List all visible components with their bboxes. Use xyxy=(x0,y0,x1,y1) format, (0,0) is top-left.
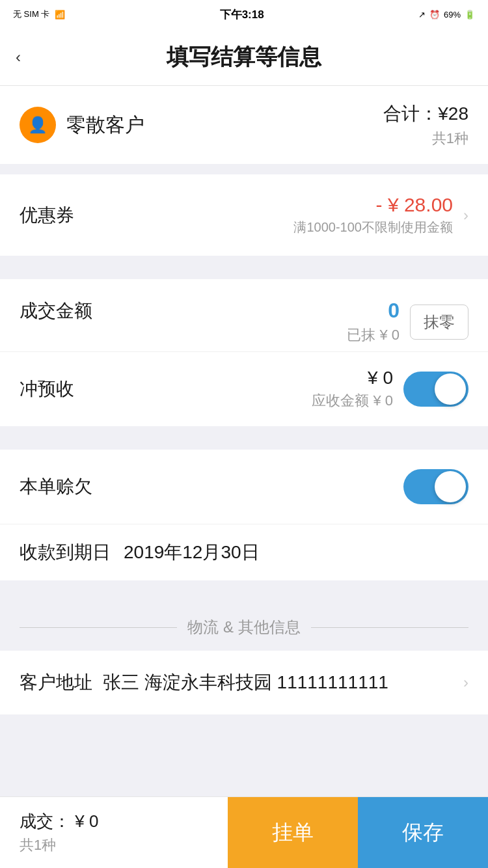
customer-row[interactable]: 👤 零散客户 合计：¥28 共1种 xyxy=(0,86,488,164)
section-separator-3 xyxy=(0,591,488,604)
amount-value: 0 xyxy=(347,299,400,323)
customer-section: 👤 零散客户 合计：¥28 共1种 xyxy=(0,86,488,164)
total-amount: 合计：¥28 xyxy=(383,102,468,126)
amount-right: 0 已抹 ¥ 0 抹零 xyxy=(347,299,468,345)
status-right: ↗ ⏰ 69% 🔋 xyxy=(418,10,475,20)
debit-toggle[interactable] xyxy=(403,469,468,504)
prepayment-row: 冲预收 ¥ 0 应收金额 ¥ 0 xyxy=(0,351,488,426)
customer-right: 合计：¥28 共1种 xyxy=(383,102,468,148)
prepayment-label: 冲预收 xyxy=(20,377,74,401)
footer: 成交： ¥ 0 共1种 挂单 保存 xyxy=(0,796,488,868)
coupon-desc: 满1000-100不限制使用金额 xyxy=(293,219,453,236)
location-icon: ↗ xyxy=(418,10,426,20)
prepayment-main-val: ¥ 0 xyxy=(312,368,393,388)
due-date-label: 收款到期日 xyxy=(20,540,111,565)
address-label: 客户地址 xyxy=(20,670,92,695)
debit-row: 本单赊欠 xyxy=(0,450,488,524)
amount-section: 成交金额 0 已抹 ¥ 0 抹零 冲预收 ¥ 0 应收金额 ¥ 0 xyxy=(0,279,488,426)
footer-deal-amount: 成交： ¥ 0 xyxy=(20,810,208,833)
back-button[interactable]: ‹ xyxy=(16,48,21,66)
avatar-icon: 👤 xyxy=(28,116,47,134)
amount-label: 成交金额 xyxy=(20,299,92,323)
logistics-line-right xyxy=(311,627,468,628)
address-left: 客户地址 张三 海淀永丰科技园 11111111111 xyxy=(20,670,388,695)
coupon-label: 优惠券 xyxy=(20,203,74,228)
address-row[interactable]: 客户地址 张三 海淀永丰科技园 11111111111 › xyxy=(0,651,488,714)
section-separator-1 xyxy=(0,266,488,279)
coupon-chevron-icon: › xyxy=(463,206,468,224)
footer-info: 成交： ¥ 0 共1种 xyxy=(0,810,228,855)
logistics-section: 物流 & 其他信息 xyxy=(0,604,488,651)
battery-icon: 🔋 xyxy=(465,10,475,20)
address-value: 张三 海淀永丰科技园 11111111111 xyxy=(103,670,388,695)
address-chevron-icon: › xyxy=(463,673,468,692)
customer-name: 零散客户 xyxy=(66,112,144,139)
customer-avatar: 👤 xyxy=(20,107,56,143)
status-left: 无 SIM 卡 📶 xyxy=(13,8,65,20)
section-separator-2 xyxy=(0,437,488,450)
address-section: 客户地址 张三 海淀永丰科技园 11111111111 › xyxy=(0,651,488,714)
logistics-line-left xyxy=(20,627,177,628)
due-date-value: 2019年12月30日 xyxy=(124,540,260,565)
prepayment-toggle-knob xyxy=(435,373,466,405)
coupon-amount: - ¥ 28.00 xyxy=(293,194,453,216)
customer-left: 👤 零散客户 xyxy=(20,107,144,143)
debit-section: 本单赊欠 收款到期日 2019年12月30日 xyxy=(0,450,488,580)
coupon-row[interactable]: 优惠券 - ¥ 28.00 满1000-100不限制使用金额 › xyxy=(0,174,488,256)
due-date-row[interactable]: 收款到期日 2019年12月30日 xyxy=(0,524,488,580)
alarm-icon: ⏰ xyxy=(429,10,440,20)
total-count: 共1种 xyxy=(383,129,468,148)
amount-sub: 已抹 ¥ 0 xyxy=(347,325,400,345)
amount-value-block: 0 已抹 ¥ 0 xyxy=(347,299,400,345)
logistics-header: 物流 & 其他信息 xyxy=(0,604,488,651)
footer-deal-count: 共1种 xyxy=(20,835,208,855)
hang-button[interactable]: 挂单 xyxy=(228,797,358,869)
coupon-right: - ¥ 28.00 满1000-100不限制使用金额 › xyxy=(293,194,468,236)
prepayment-right: ¥ 0 应收金额 ¥ 0 xyxy=(312,368,468,411)
status-bar: 无 SIM 卡 📶 下午3:18 ↗ ⏰ 69% 🔋 xyxy=(0,0,488,29)
round-button[interactable]: 抹零 xyxy=(410,305,468,340)
no-sim-text: 无 SIM 卡 xyxy=(13,8,49,20)
wifi-icon: 📶 xyxy=(55,10,65,20)
coupon-section: 优惠券 - ¥ 28.00 满1000-100不限制使用金额 › xyxy=(0,174,488,256)
status-time: 下午3:18 xyxy=(220,7,264,22)
prepayment-sub-val: 应收金额 ¥ 0 xyxy=(312,391,393,411)
page-title: 填写结算等信息 xyxy=(167,42,321,72)
save-button[interactable]: 保存 xyxy=(358,797,488,869)
prepayment-values: ¥ 0 应收金额 ¥ 0 xyxy=(312,368,393,411)
battery-text: 69% xyxy=(444,10,461,20)
amount-row: 成交金额 0 已抹 ¥ 0 抹零 xyxy=(0,279,488,351)
logistics-label: 物流 & 其他信息 xyxy=(187,617,300,638)
debit-toggle-knob xyxy=(435,471,466,502)
debit-label: 本单赊欠 xyxy=(20,474,92,499)
nav-bar: ‹ 填写结算等信息 xyxy=(0,29,488,86)
prepayment-toggle[interactable] xyxy=(403,372,468,407)
coupon-value-block: - ¥ 28.00 满1000-100不限制使用金额 xyxy=(293,194,453,236)
